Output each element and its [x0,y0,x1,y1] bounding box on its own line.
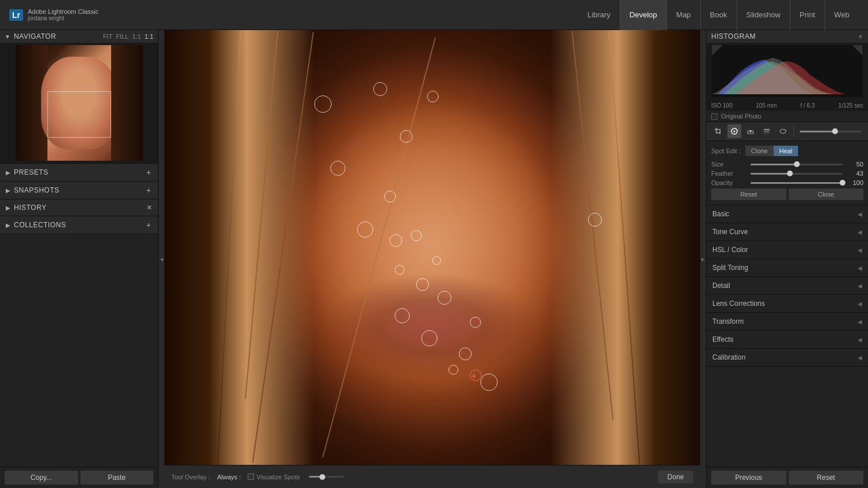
red-eye-tool-button[interactable] [744,124,757,138]
opacity-slider-row: Opacity 100 [711,179,863,186]
presets-arrow: ▶ [6,169,10,176]
radial-filter-button[interactable] [776,124,790,138]
copy-button[interactable]: Copy... [5,471,78,485]
left-bottom-bar: Copy... Paste [0,467,158,488]
tab-slideshow[interactable]: Slideshow [737,0,790,30]
svg-rect-12 [764,131,770,132]
calibration-header[interactable]: Calibration ◀ [707,349,868,366]
red-eye-icon [746,127,755,135]
lens-corrections-section: Lens Corrections ◀ [707,295,868,313]
presets-add-button[interactable]: + [145,168,152,177]
done-button[interactable]: Done [658,471,693,483]
basic-title: Basic [712,210,858,218]
collections-add-button[interactable]: + [145,220,152,230]
zoom-1-1-active[interactable]: 1:1 [145,33,153,40]
split-toning-header[interactable]: Split Toning ◀ [707,259,868,276]
feather-track[interactable] [751,173,843,175]
svg-rect-6 [715,129,719,130]
crop-icon [714,127,722,135]
history-clear-button[interactable]: ✕ [146,204,152,212]
svg-point-8 [734,131,735,132]
opacity-track[interactable] [751,182,843,184]
lens-corrections-header[interactable]: Lens Corrections ◀ [707,295,868,312]
tab-print[interactable]: Print [790,0,825,30]
collections-title: Collections [14,221,145,229]
opacity-value: 100 [847,179,863,186]
feather-value: 43 [847,170,863,177]
size-track[interactable] [751,164,843,165]
transform-header[interactable]: Transform ◀ [707,313,868,330]
tab-map[interactable]: Map [667,0,700,30]
paste-button[interactable]: Paste [80,471,154,485]
split-toning-title: Split Toning [712,264,858,272]
collections-header[interactable]: ▶ Collections + [0,216,158,234]
lens-corrections-title: Lens Corrections [712,300,858,308]
left-collapse-tab[interactable]: ◀ [159,30,164,488]
calibration-title: Calibration [712,353,858,361]
collections-arrow: ▶ [6,222,10,228]
original-photo-label: Original Photo [721,113,762,120]
always-value[interactable]: Always : [217,474,241,480]
feather-thumb[interactable] [787,171,793,176]
graduated-filter-button[interactable] [760,124,774,138]
snapshots-add-button[interactable]: + [145,186,152,195]
tab-library[interactable]: Library [578,0,620,30]
history-header[interactable]: ▶ History ✕ [0,199,158,216]
spot-heal-tool-button[interactable] [727,124,741,138]
snapshots-header[interactable]: ▶ Snapshots + [0,182,158,199]
exposure-slider[interactable] [800,131,861,132]
histogram-canvas [707,43,868,101]
split-toning-arrow: ◀ [858,265,862,271]
split-toning-section: Split Toning ◀ [707,259,868,277]
visualize-thumb[interactable] [319,474,325,480]
spot-reset-close: Reset Close [711,188,863,200]
effects-title: Effects [712,335,858,343]
tab-web[interactable]: Web [825,0,859,30]
navigator-header[interactable]: ▼ Navigator FIT FILL 1:1 1:1 [0,30,158,43]
nav-tabs: Library Develop Map Book Slideshow Print… [578,0,859,30]
presets-header[interactable]: ▶ Presets + [0,164,158,181]
hsl-header[interactable]: HSL / Color ◀ [707,241,868,258]
size-thumb[interactable] [794,161,800,167]
photo-container[interactable]: + [164,30,700,465]
tab-book[interactable]: Book [700,0,737,30]
topbar: Lr Adobe Lightroom Classic jordana wrigh… [0,0,868,30]
navigator-title: Navigator [14,32,103,40]
spot-close-button[interactable]: Close [789,188,864,200]
reset-button[interactable]: Reset [789,471,864,485]
spot-reset-button[interactable]: Reset [711,188,786,200]
detail-header[interactable]: Detail ◀ [707,277,868,294]
size-label: Size [711,161,746,168]
navigator-preview[interactable] [0,43,158,163]
original-photo-checkbox[interactable] [711,113,718,120]
previous-button[interactable]: Previous [711,471,786,485]
tone-curve-header[interactable]: Tone Curve ◀ [707,223,868,241]
opacity-fill [751,182,843,184]
center-area: + Tool Overlay : Always : Visualize Spot… [164,30,700,488]
visualize-slider[interactable] [309,476,344,478]
preview-image [16,45,143,161]
crop-tool-button[interactable] [711,124,725,138]
heal-mode-button[interactable]: Heal [774,146,799,156]
effects-header[interactable]: Effects ◀ [707,331,868,348]
transform-title: Transform [712,317,858,326]
zoom-fill[interactable]: FILL [116,33,128,40]
clone-mode-button[interactable]: Clone [745,146,774,156]
transform-arrow: ◀ [858,319,862,325]
spot-edit-section: Spot Edit : Clone Heal Size 50 Feather 4… [707,141,868,205]
zoom-fit[interactable]: FIT [103,33,113,40]
basic-header[interactable]: Basic ◀ [707,205,868,223]
svg-rect-3 [716,128,717,133]
visualize-checkbox-box[interactable] [248,474,254,480]
tool-separator [793,125,794,137]
visualize-spots-checkbox[interactable]: Visualize Spots [248,474,300,480]
histogram-header[interactable]: Histogram ▼ [707,30,868,43]
zoom-1-1[interactable]: 1:1 [132,33,141,40]
right-collapse-tab[interactable]: ▶ [700,30,706,488]
opacity-thumb[interactable] [840,180,845,186]
original-photo-row[interactable]: Original Photo [707,111,868,121]
tab-develop[interactable]: Develop [620,0,667,30]
histogram-expand-icon[interactable]: ▼ [858,34,863,40]
feather-slider-row: Feather 43 [711,170,863,177]
exposure-thumb[interactable] [832,128,838,134]
